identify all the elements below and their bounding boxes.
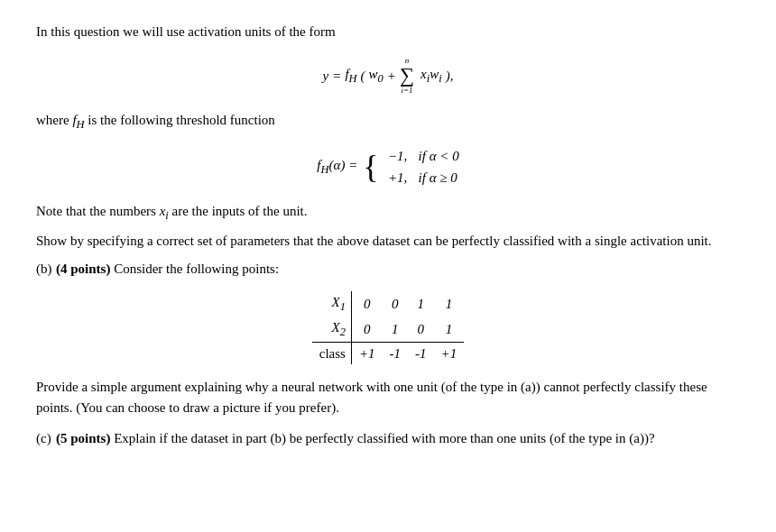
provide-text: Provide a simple argument explaining why… (36, 380, 707, 415)
y-expression: y = fH ( w0 + n ∑ i=1 xiwi ), (323, 55, 454, 97)
where-paragraph: where fH is the following threshold func… (36, 110, 740, 133)
classification-table: X1 0 0 1 1 X2 0 1 0 1 class (312, 291, 464, 364)
plus-sign: + (387, 66, 396, 87)
class-val-1: +1 (351, 342, 382, 364)
where-rest: is the following threshold function (88, 113, 274, 127)
sum-body: xiwi (420, 64, 442, 87)
case-2: +1, if α ≥ 0 (384, 168, 459, 188)
part-c-letter: (c) (36, 428, 52, 449)
fH-inline: fH (72, 113, 84, 127)
table-row-class: class +1 -1 -1 +1 (312, 342, 464, 364)
table-row-x2: X2 0 1 0 1 (312, 316, 464, 342)
part-c-body: Explain if the dataset in part (b) be pe… (114, 431, 654, 445)
part-b-letter: (b) (36, 259, 52, 280)
x1-val-4: 1 (434, 291, 465, 316)
provide-paragraph: Provide a simple argument explaining why… (36, 377, 740, 417)
show-text: Show by specifying a correct set of para… (36, 234, 711, 248)
note-xi: xi (160, 204, 169, 218)
x1-val-2: 0 (383, 291, 409, 316)
equals: = (332, 66, 341, 87)
case2-cond: if α ≥ 0 (419, 168, 457, 188)
x2-val-4: 1 (434, 316, 465, 342)
part-c-content: (5 points) Explain if the dataset in par… (56, 428, 740, 449)
w0: w0 (369, 64, 383, 87)
part-c-label-row: (c) (5 points) Explain if the dataset in… (36, 428, 740, 449)
class-val-3: -1 (408, 342, 434, 364)
page-content: In this question we will use activation … (36, 22, 740, 449)
x2-label: X2 (312, 316, 352, 342)
intro-paragraph: In this question we will use activation … (36, 22, 740, 42)
part-b-label-row: (b) (4 points) Consider the following po… (36, 259, 740, 280)
class-val-4: +1 (434, 342, 465, 364)
y-label: y (323, 66, 329, 87)
case2-val: +1, (384, 168, 411, 188)
piecewise-cases: −1, if α < 0 +1, if α ≥ 0 (384, 146, 459, 188)
note-text: Note that the numbers (36, 204, 160, 218)
data-table-section: X1 0 0 1 1 X2 0 1 0 1 class (36, 291, 740, 364)
case-1: −1, if α < 0 (384, 146, 459, 167)
intro-text: In this question we will use activation … (36, 24, 336, 39)
x1-val-3: 1 (408, 291, 434, 316)
table-row-x1: X1 0 0 1 1 (312, 291, 464, 316)
part-b-text: Consider the following points: (114, 261, 279, 276)
class-label: class (312, 342, 352, 364)
where-text: where (36, 113, 72, 127)
case1-val: −1, (384, 146, 411, 167)
fH-piecewise-label: fH(α) = (317, 155, 357, 179)
class-val-2: -1 (383, 342, 409, 364)
x2-val-3: 0 (408, 316, 434, 342)
show-paragraph: Show by specifying a correct set of para… (36, 231, 740, 252)
part-c-section: (c) (5 points) Explain if the dataset in… (36, 428, 740, 449)
x1-label: X1 (312, 291, 352, 316)
formula-y-display: y = fH ( w0 + n ∑ i=1 xiwi ), (36, 55, 740, 97)
piecewise-container: fH(α) = { −1, if α < 0 +1, if α ≥ 0 (317, 146, 458, 188)
summation: n ∑ i=1 (400, 55, 414, 97)
note-rest: are the inputs of the unit. (169, 204, 308, 218)
sigma-lower: i=1 (401, 85, 412, 97)
part-b-content: (4 points) Consider the following points… (56, 259, 740, 280)
x1-val-1: 0 (351, 291, 382, 316)
brace-symbol: { (363, 151, 378, 183)
x2-val-1: 0 (351, 316, 382, 342)
sigma-symbol: ∑ (400, 67, 414, 85)
open-paren: ( (361, 66, 365, 87)
part-b-points: (4 points) (56, 261, 110, 276)
x2-val-2: 1 (383, 316, 409, 342)
close-paren: ), (446, 66, 454, 87)
piecewise-display: fH(α) = { −1, if α < 0 +1, if α ≥ 0 (36, 146, 740, 188)
note-paragraph: Note that the numbers xi are the inputs … (36, 201, 740, 225)
part-b-section: (b) (4 points) Consider the following po… (36, 259, 740, 418)
fH-func: fH (345, 64, 356, 87)
case1-cond: if α < 0 (419, 146, 459, 167)
part-c-points: (5 points) (56, 431, 110, 445)
